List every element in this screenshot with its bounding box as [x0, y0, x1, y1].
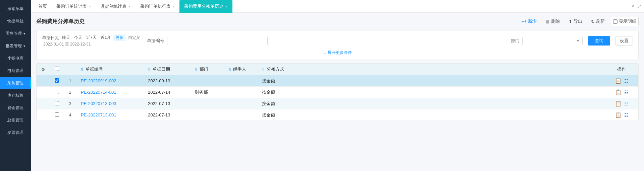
tab-purchase-cost-history[interactable]: 采购费用分摊单历史 ×	[179, 0, 232, 13]
doc-no-link[interactable]: PE-20220714-001	[81, 90, 116, 95]
maximize-icon[interactable]: ⤢	[637, 3, 641, 9]
td-dept	[191, 75, 224, 87]
tab-bar: 首页 采购订单统计表 × 进货单统计表 × 采购订单执行表 × 采购费用分摊单历…	[31, 0, 644, 13]
th-dept[interactable]: ⇅ 部门	[191, 64, 224, 75]
close-icon[interactable]: ×	[89, 0, 91, 13]
doc-no-input[interactable]	[167, 37, 268, 45]
expand-more-button[interactable]: ⌄ 展开更多条件	[323, 50, 352, 56]
tab-goods-receipt-stats[interactable]: 进货单统计表 ×	[96, 0, 135, 13]
row-checkbox[interactable]	[55, 112, 59, 117]
td-action: 📋 ☷	[605, 87, 638, 98]
sidebar-item-label: 快捷导航	[1, 18, 30, 24]
tab-purchase-order-stats[interactable]: 采购订单统计表 ×	[52, 0, 96, 13]
sort-icon: ⇅	[262, 68, 265, 71]
delete-button[interactable]: 🗑 删除	[543, 17, 562, 26]
dept-select[interactable]	[522, 37, 583, 45]
td-checkbox[interactable]	[50, 98, 63, 109]
refresh-button[interactable]: ↻ 刷新	[588, 17, 607, 26]
main-area: 首页 采购订单统计表 × 进货单统计表 × 采购订单执行表 × 采购费用分摊单历…	[31, 0, 644, 171]
td-date: 2022-07-14	[144, 87, 191, 98]
td-split-method: 按金额	[258, 75, 605, 87]
td-handler	[224, 109, 258, 121]
export-button[interactable]: ⬆ 导出	[566, 17, 585, 26]
close-icon[interactable]: ×	[128, 0, 130, 13]
td-dept	[191, 98, 224, 109]
close-icon[interactable]: ×	[173, 0, 175, 13]
td-action: 📋 ☷	[605, 98, 638, 109]
td-split-method: 按金额	[258, 109, 605, 121]
th-num	[63, 64, 77, 75]
show-columns-checkbox[interactable]	[613, 19, 618, 24]
sidebar-item-retail[interactable]: 零售管理 ▾	[0, 27, 31, 40]
td-doc-no: PE-20220919-002	[77, 75, 144, 87]
th-split-method[interactable]: ⇅ 分摊方式	[258, 64, 605, 75]
edit-icon[interactable]: 📋	[615, 89, 622, 95]
close-all-icon[interactable]: ×	[631, 3, 634, 9]
query-button[interactable]: 查询	[588, 36, 610, 46]
date-opt-more[interactable]: 更多	[113, 34, 125, 41]
row-checkbox[interactable]	[55, 101, 59, 105]
edit-icon[interactable]: 📋	[615, 112, 622, 118]
refresh-icon: ↻	[591, 19, 595, 24]
th-date[interactable]: ⇅ 单据日期	[144, 64, 191, 75]
detail-icon[interactable]: ☷	[624, 112, 629, 118]
table-container: ⚙ ⇅ 单据编号 ⇅ 单据日期	[36, 63, 639, 121]
th-action: 操作	[605, 64, 638, 75]
settings-button[interactable]: 设置	[615, 36, 633, 46]
sidebar-item-purchase[interactable]: 采购管理	[0, 77, 31, 89]
sidebar-item-search[interactable]: 搜索菜单	[0, 3, 31, 15]
detail-icon[interactable]: ☷	[624, 101, 629, 106]
td-checkbox[interactable]	[50, 75, 63, 87]
sidebar-item-mini-shop[interactable]: 小畅电商	[0, 52, 31, 65]
tab-home[interactable]: 首页	[34, 0, 52, 13]
doc-no-link[interactable]: PE-20220919-002	[81, 78, 116, 83]
doc-no-link[interactable]: PE-20220713-003	[81, 101, 116, 106]
row-checkbox[interactable]	[55, 78, 59, 83]
sidebar-item-label: 批发管理 ▾	[1, 43, 30, 49]
td-action: 📋 ☷	[605, 75, 638, 87]
edit-icon[interactable]: 📋	[615, 100, 622, 107]
td-checkbox[interactable]	[50, 109, 63, 121]
date-opt-custom[interactable]: 自定义	[127, 34, 142, 41]
row-checkbox[interactable]	[55, 90, 59, 94]
doc-no-label: 单据编号	[147, 38, 164, 44]
td-checkbox[interactable]	[50, 87, 63, 98]
sidebar-item-ecommerce[interactable]: 电商管理	[0, 65, 31, 77]
sidebar-item-label: 小畅电商	[1, 56, 30, 61]
date-range-text: 2022-01-01 至 2022-12-31	[42, 41, 142, 47]
sidebar-item-label: 发票管理	[1, 130, 30, 136]
show-columns-button[interactable]: 显示明细	[611, 17, 639, 26]
edit-icon[interactable]: 📋	[615, 78, 622, 84]
th-handler[interactable]: ⇅ 经手人	[224, 64, 258, 75]
close-icon[interactable]: ×	[225, 0, 227, 13]
date-opt-today[interactable]: 今天	[73, 34, 84, 41]
sidebar-item-label: 总账管理	[1, 117, 30, 123]
td-split-method: 按金额	[258, 87, 605, 98]
table-body: 1 PE-20220919-002 2022-09-19 按金额 📋 ☷ 2 P…	[37, 75, 638, 121]
sidebar-item-finance[interactable]: 资金管理	[0, 102, 31, 114]
sidebar-item-quick-nav[interactable]: 快捷导航	[0, 15, 31, 27]
sort-icon: ⇅	[81, 68, 84, 71]
doc-no-link[interactable]: PE-20220713-001	[81, 112, 116, 117]
tab-purchase-order-exec[interactable]: 采购订单执行表 ×	[136, 0, 179, 13]
sidebar-item-inventory[interactable]: 库存核算	[0, 89, 31, 102]
sidebar-item-ledger[interactable]: 总账管理	[0, 114, 31, 126]
detail-icon[interactable]: ☷	[624, 90, 629, 95]
expand-row: ⌄ 展开更多条件	[42, 50, 633, 56]
export-icon: ⬆	[569, 19, 572, 24]
table-row: 3 PE-20220713-003 2022-07-13 按金额 📋 ☷	[37, 98, 638, 109]
sidebar-item-wholesale[interactable]: 批发管理 ▾	[0, 40, 31, 52]
select-all-checkbox[interactable]	[55, 67, 59, 71]
th-gear: ⚙	[37, 64, 50, 75]
gear-icon[interactable]: ⚙	[41, 67, 45, 72]
date-opt-yesterday[interactable]: 昨天	[61, 34, 71, 41]
date-opt-last1m[interactable]: 近1月	[99, 34, 112, 41]
th-doc-no[interactable]: ⇅ 单据编号	[77, 64, 144, 75]
page-title: 采购费用分摊单历史	[36, 18, 85, 25]
detail-icon[interactable]: ☷	[624, 78, 629, 84]
action-icons: 📋 ☷	[609, 112, 634, 118]
td-gear	[37, 87, 50, 98]
date-opt-last7[interactable]: 近7天	[85, 34, 98, 41]
add-button[interactable]: + + 新增	[519, 17, 539, 26]
sidebar-item-invoice[interactable]: 发票管理	[0, 126, 31, 139]
